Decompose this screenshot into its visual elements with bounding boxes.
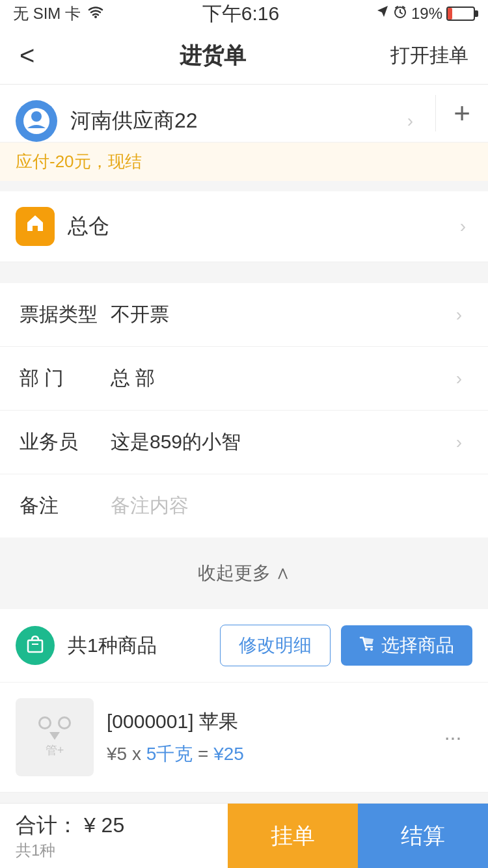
equals-sign: =: [198, 744, 213, 764]
status-right: 19%: [376, 5, 475, 23]
svg-point-9: [365, 648, 368, 651]
owl-watermark: 管+: [38, 716, 71, 758]
product-thumbnail: 管+: [16, 698, 94, 776]
warehouse-section: 总仓 ›: [0, 191, 488, 262]
supplier-name: 河南供应商22: [70, 107, 407, 135]
home-icon: [24, 213, 46, 240]
unit-price: ¥5: [107, 744, 127, 764]
alarm-icon: [393, 5, 407, 23]
invoice-type-label: 票据类型: [20, 301, 111, 328]
svg-point-0: [94, 16, 97, 18]
invoice-type-value: 不开票: [111, 301, 456, 328]
product-code: [0000001]: [107, 711, 193, 732]
back-button[interactable]: <: [20, 41, 34, 70]
owl-eye-left: [38, 716, 51, 729]
product-item: 管+ [0000001] 苹果 ¥5 x 5千克 = ¥25 ···: [0, 683, 488, 793]
svg-line-3: [400, 12, 402, 14]
status-left: 无 SIM 卡: [13, 3, 105, 24]
department-label: 部 门: [20, 365, 111, 392]
supplier-info-badge: 应付-20元，现结: [0, 142, 488, 181]
supplier-avatar: [16, 100, 57, 142]
item-total: ¥25: [213, 744, 244, 764]
department-row[interactable]: 部 门 总 部 ›: [0, 347, 488, 411]
salesperson-value: 这是859的小智: [111, 429, 456, 455]
warehouse-name: 总仓: [68, 212, 460, 241]
avatar-icon: [25, 107, 48, 135]
total-amount: 合计： ¥ 25: [16, 811, 212, 840]
chevron-right-icon: ›: [456, 368, 462, 389]
note-row[interactable]: 备注 备注内容: [0, 474, 488, 537]
add-supplier-button[interactable]: +: [436, 85, 488, 142]
location-icon: [376, 5, 389, 23]
note-label: 备注: [20, 493, 111, 519]
page-title: 进货单: [180, 41, 246, 71]
select-products-button[interactable]: 选择商品: [341, 625, 472, 666]
battery-percent: 19%: [411, 5, 442, 23]
form-section: 票据类型 不开票 › 部 门 总 部 › 业务员 这是859的小智 › 备注 备…: [0, 283, 488, 537]
products-section: 共1种商品 修改明细 选择商品: [0, 609, 488, 793]
total-value: ¥ 25: [84, 813, 124, 837]
select-products-label: 选择商品: [381, 633, 454, 658]
owl-brand-text: 管+: [46, 742, 64, 758]
products-icon: [16, 626, 55, 665]
note-value[interactable]: 备注内容: [111, 493, 468, 519]
status-time: 下午6:16: [202, 1, 279, 27]
invoice-type-row[interactable]: 票据类型 不开票 ›: [0, 283, 488, 347]
total-section: 合计： ¥ 25 共1种: [0, 811, 228, 861]
chevron-right-icon: ›: [456, 432, 462, 453]
supplier-row[interactable]: 河南供应商22 ›: [0, 85, 435, 142]
svg-point-6: [31, 111, 42, 122]
total-label: 合计：: [16, 813, 78, 837]
chevron-right-icon: ›: [456, 305, 462, 325]
edit-details-button[interactable]: 修改明细: [220, 625, 331, 666]
owl-eye-right: [58, 716, 71, 729]
salesperson-row[interactable]: 业务员 这是859的小智 ›: [0, 411, 488, 474]
hang-order-button[interactable]: 挂单: [228, 804, 358, 868]
nav-bar: < 进货单 打开挂单: [0, 27, 488, 85]
total-count: 共1种: [16, 840, 212, 861]
product-title: 苹果: [199, 711, 238, 732]
warehouse-icon: [16, 207, 55, 246]
bag-icon: [24, 632, 46, 659]
products-header: 共1种商品 修改明细 选择商品: [0, 609, 488, 683]
wifi-icon: [86, 5, 105, 23]
supplier-section: 河南供应商22 › + 应付-20元，现结: [0, 85, 488, 181]
cart-icon: [359, 635, 376, 657]
bottom-bar: 合计： ¥ 25 共1种 挂单 结算: [0, 803, 488, 868]
svg-point-10: [370, 648, 373, 651]
settle-button[interactable]: 结算: [358, 804, 488, 868]
collapse-text: 收起更多 ∧: [198, 563, 291, 583]
quantity: 5千克: [146, 744, 193, 764]
product-name: [0000001] 苹果: [107, 709, 433, 735]
multiply-sign: x: [132, 744, 146, 764]
products-count: 共1种商品: [68, 632, 220, 659]
product-more-button[interactable]: ···: [433, 726, 472, 750]
product-price: ¥5 x 5千克 = ¥25: [107, 742, 433, 766]
salesperson-label: 业务员: [20, 429, 111, 455]
owl-beak: [49, 732, 60, 740]
open-pending-button[interactable]: 打开挂单: [390, 42, 468, 69]
warehouse-row[interactable]: 总仓 ›: [0, 191, 488, 262]
battery-icon: [446, 7, 475, 21]
department-value: 总 部: [111, 365, 456, 392]
carrier-text: 无 SIM 卡: [13, 3, 81, 24]
chevron-right-icon: ›: [460, 216, 466, 237]
collapse-row[interactable]: 收起更多 ∧: [0, 548, 488, 599]
svg-rect-7: [28, 640, 42, 652]
status-bar: 无 SIM 卡 下午6:16 19%: [0, 0, 488, 27]
chevron-right-icon: ›: [407, 111, 413, 131]
product-info: [0000001] 苹果 ¥5 x 5千克 = ¥25: [107, 709, 433, 766]
